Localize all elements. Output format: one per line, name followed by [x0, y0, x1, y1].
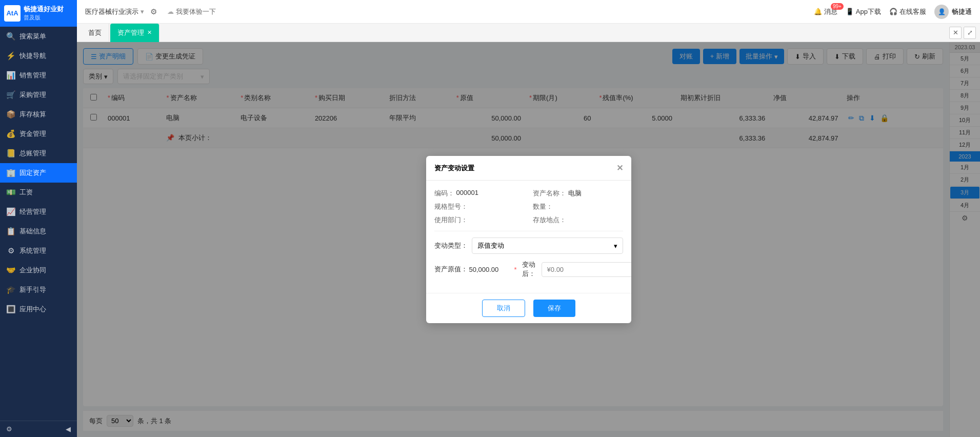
- cancel-button[interactable]: 取消: [482, 300, 525, 317]
- app-center-icon: 🔳: [6, 305, 15, 314]
- company-name: 医疗器械行业演示: [85, 7, 138, 16]
- sidebar-item-operations[interactable]: 📈 经营管理: [0, 202, 77, 222]
- sidebar-item-basic-info[interactable]: 📋 基础信息: [0, 222, 77, 241]
- after-change-input[interactable]: [542, 262, 631, 277]
- tab-close-icon[interactable]: ✕: [147, 29, 152, 36]
- notification-badge: 99+: [831, 3, 844, 10]
- sales-icon: 📊: [6, 71, 15, 80]
- experience-icon: ☁: [167, 8, 174, 15]
- change-type-label: 变动类型：: [434, 241, 468, 250]
- ledger-icon: 📒: [6, 149, 15, 158]
- experience-text[interactable]: 我要体验一下: [176, 7, 216, 16]
- purchase-icon: 🛒: [6, 90, 15, 100]
- sidebar-item-search[interactable]: 🔍 搜索菜单: [0, 27, 77, 46]
- basic-info-icon: 📋: [6, 227, 15, 236]
- dialog-asset-name: 资产名称： 电脑: [533, 189, 623, 198]
- sidebar-item-finance[interactable]: 💰 资金管理: [0, 124, 77, 144]
- operations-icon: 📈: [6, 207, 15, 216]
- sidebar-item-quick-nav[interactable]: ⚡ 快捷导航: [0, 46, 77, 66]
- dialog-title: 资产变动设置: [434, 164, 474, 173]
- dialog-quantity: 数量：: [533, 202, 623, 211]
- dialog-spec: 规格型号：: [434, 202, 525, 211]
- topbar-right: 🔔 消息 99+ 📱 App下载 🎧 在线客服 👤 畅捷通: [814, 5, 972, 19]
- sidebar-bottom: ⚙ ◀: [0, 421, 77, 437]
- dialog: 资产变动设置 ✕ 编码： 000001 资产名称： 电脑: [426, 156, 631, 323]
- settings-icon[interactable]: ⚙: [150, 7, 157, 16]
- dropdown-icon[interactable]: ▾: [141, 8, 144, 15]
- tabbar-controls: ✕ ⤢: [949, 27, 980, 39]
- dialog-location: 存放地点：: [533, 215, 623, 225]
- dialog-footer: 取消 保存: [426, 293, 631, 323]
- dialog-code: 编码： 000001: [434, 189, 525, 198]
- save-button[interactable]: 保存: [533, 300, 575, 317]
- sidebar-item-salary[interactable]: 💵 工资: [0, 183, 77, 202]
- tab-asset-mgmt[interactable]: 资产管理 ✕: [110, 24, 159, 42]
- finance-icon: 💰: [6, 129, 15, 138]
- main-area: 医疗器械行业演示 ▾ ⚙ ☁ 我要体验一下 🔔 消息 99+ 📱 App下载 🎧…: [77, 0, 980, 437]
- salary-icon: 💵: [6, 188, 15, 197]
- search-icon: 🔍: [6, 32, 15, 41]
- required-mark: *: [514, 266, 517, 273]
- sidebar: AtA 畅捷通好业财 普及版 🔍 搜索菜单 ⚡ 快捷导航 📊 销售管理 🛒 采购…: [0, 0, 77, 437]
- sidebar-logo: AtA 畅捷通好业财 普及版: [0, 0, 77, 27]
- topbar: 医疗器械行业演示 ▾ ⚙ ☁ 我要体验一下 🔔 消息 99+ 📱 App下载 🎧…: [77, 0, 980, 24]
- enterprise-icon: 🤝: [6, 266, 15, 275]
- sidebar-item-fixed-assets[interactable]: 🏢 固定资产: [0, 163, 77, 183]
- sidebar-item-purchase[interactable]: 🛒 采购管理: [0, 85, 77, 105]
- customer-service-item[interactable]: 🎧 在线客服: [889, 7, 926, 16]
- sidebar-item-enterprise[interactable]: 🤝 企业协同: [0, 261, 77, 280]
- sidebar-item-inventory[interactable]: 📦 库存核算: [0, 105, 77, 124]
- tab-home[interactable]: 首页: [81, 24, 109, 42]
- notification-icon: 🔔: [814, 8, 822, 15]
- inventory-icon: 📦: [6, 110, 15, 119]
- experience-area: ☁ 我要体验一下: [167, 7, 216, 16]
- modal-overlay: 资产变动设置 ✕ 编码： 000001 资产名称： 电脑: [77, 42, 980, 437]
- quick-nav-icon: ⚡: [6, 51, 15, 61]
- select-dropdown-icon: ▾: [614, 242, 617, 250]
- fixed-assets-icon: 🏢: [6, 168, 15, 177]
- change-type-value: 原值变动: [477, 241, 504, 250]
- logo-text: 畅捷通好业财: [24, 5, 64, 14]
- guide-icon: 🎓: [6, 285, 15, 294]
- logo-edition: 普及版: [24, 14, 64, 21]
- tabbar: 首页 资产管理 ✕ ✕ ⤢: [77, 24, 980, 42]
- logo-icon: AtA: [4, 5, 21, 22]
- dialog-close-button[interactable]: ✕: [616, 163, 623, 173]
- dialog-dept: 使用部门：: [434, 215, 525, 225]
- sidebar-item-ledger[interactable]: 📒 总账管理: [0, 144, 77, 163]
- app-download-label: App下载: [856, 7, 881, 16]
- download-icon: 📱: [846, 8, 854, 15]
- company-title: 医疗器械行业演示 ▾: [85, 7, 144, 16]
- customer-service-label: 在线客服: [899, 7, 926, 16]
- sidebar-item-system[interactable]: ⚙ 系统管理: [0, 241, 77, 261]
- tab-close-btn[interactable]: ✕: [949, 27, 962, 39]
- asset-value-label: 资产原值：: [434, 265, 465, 274]
- sidebar-item-guide[interactable]: 🎓 新手引导: [0, 280, 77, 300]
- dialog-info-grid: 编码： 000001 资产名称： 电脑 规格型号： 数量：: [434, 189, 623, 231]
- change-type-row: 变动类型： 原值变动 ▾: [434, 237, 623, 254]
- customer-service-icon: 🎧: [889, 8, 897, 15]
- tab-asset-mgmt-label: 资产管理: [117, 28, 144, 37]
- user-area[interactable]: 👤 畅捷通: [934, 5, 972, 19]
- system-icon: ⚙: [6, 246, 15, 255]
- dialog-header: 资产变动设置 ✕: [426, 156, 631, 181]
- username: 畅捷通: [952, 7, 972, 16]
- dialog-body: 编码： 000001 资产名称： 电脑 规格型号： 数量：: [426, 181, 631, 293]
- sidebar-item-sales[interactable]: 📊 销售管理: [0, 66, 77, 85]
- app-download-item[interactable]: 📱 App下载: [846, 7, 881, 16]
- content-area: ☰ 资产明细 📄 变更生成凭证 对账 + 新增 批量操作 ▾: [77, 42, 980, 437]
- avatar: 👤: [934, 5, 949, 19]
- asset-value-display: 50,000.00: [469, 266, 510, 273]
- sidebar-item-app-center[interactable]: 🔳 应用中心: [0, 300, 77, 319]
- notification-item[interactable]: 🔔 消息 99+: [814, 7, 837, 16]
- tab-home-label: 首页: [88, 28, 102, 37]
- asset-value-row: 资产原值： 50,000.00 * 变动后：: [434, 260, 623, 279]
- after-change-label: 变动后：: [522, 260, 535, 279]
- tab-expand-btn[interactable]: ⤢: [964, 27, 976, 39]
- sidebar-scroll: 🔍 搜索菜单 ⚡ 快捷导航 📊 销售管理 🛒 采购管理 📦 库存核算 💰 资金管…: [0, 27, 77, 421]
- collapse-icon[interactable]: ◀: [66, 425, 71, 433]
- sidebar-item-label: 搜索菜单: [19, 32, 46, 41]
- settings-icon[interactable]: ⚙: [6, 425, 12, 433]
- change-type-select[interactable]: 原值变动 ▾: [472, 237, 623, 254]
